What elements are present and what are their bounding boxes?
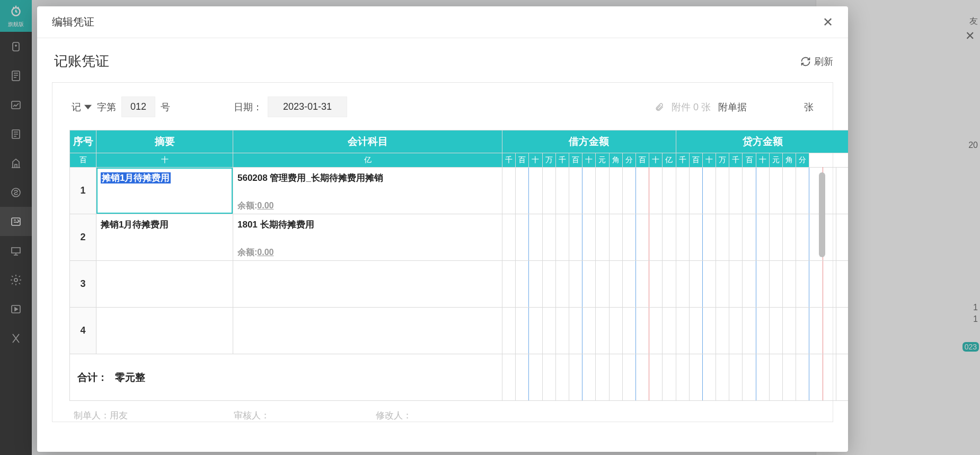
amount-digit-cell[interactable] <box>635 214 649 261</box>
amount-digit-cell[interactable] <box>729 308 743 354</box>
amount-digit-cell[interactable] <box>689 308 702 354</box>
amount-digit-cell[interactable] <box>622 261 635 308</box>
amount-digit-cell[interactable] <box>596 168 609 214</box>
amount-digit-cell[interactable] <box>609 168 622 214</box>
amount-digit-cell[interactable] <box>596 308 609 354</box>
amount-digit-cell[interactable] <box>529 214 542 261</box>
amount-digit-cell[interactable] <box>663 308 676 354</box>
amount-digit-cell[interactable] <box>555 308 569 354</box>
amount-digit-cell[interactable] <box>676 214 689 261</box>
account-cell[interactable]: 1801 长期待摊费用 余额:0.00 <box>233 214 502 260</box>
amount-digit-cell[interactable] <box>783 308 796 354</box>
amount-digit-cell[interactable] <box>663 168 676 214</box>
amount-digit-cell[interactable] <box>596 214 609 261</box>
amount-digit-cell[interactable] <box>555 261 569 308</box>
amount-digit-cell[interactable] <box>542 214 555 261</box>
amount-digit-cell[interactable] <box>622 168 635 214</box>
amount-digit-cell[interactable] <box>823 308 836 354</box>
amount-digit-cell[interactable] <box>502 214 516 261</box>
amount-digit-cell[interactable] <box>569 214 582 261</box>
amount-digit-cell[interactable] <box>582 308 596 354</box>
amount-digit-cell[interactable] <box>702 214 716 261</box>
summary-cell[interactable]: 摊销1月待摊费用 <box>96 214 233 235</box>
close-icon[interactable]: ✕ <box>823 16 833 29</box>
amount-digit-cell[interactable] <box>649 168 663 214</box>
amount-digit-cell[interactable] <box>609 261 622 308</box>
amount-digit-cell[interactable] <box>796 261 809 308</box>
date-input[interactable]: 2023-01-31 <box>268 97 347 117</box>
attachment-count[interactable]: 附件 0 张 <box>672 101 711 113</box>
amount-digit-cell[interactable] <box>542 308 555 354</box>
amount-digit-cell[interactable] <box>555 214 569 261</box>
amount-digit-cell[interactable] <box>756 261 769 308</box>
summary-cell[interactable] <box>96 261 233 269</box>
amount-digit-cell[interactable] <box>702 168 716 214</box>
amount-digit-cell[interactable] <box>649 214 663 261</box>
amount-digit-cell[interactable] <box>676 308 689 354</box>
amount-digit-cell[interactable] <box>529 261 542 308</box>
amount-digit-cell[interactable] <box>542 168 555 214</box>
refresh-button[interactable]: 刷新 <box>800 55 833 68</box>
amount-digit-cell[interactable] <box>622 214 635 261</box>
amount-digit-cell[interactable] <box>729 261 743 308</box>
amount-digit-cell[interactable] <box>663 261 676 308</box>
amount-digit-cell[interactable] <box>502 168 516 214</box>
amount-digit-cell[interactable] <box>516 261 529 308</box>
amount-digit-cell[interactable] <box>676 168 689 214</box>
summary-cell[interactable] <box>96 308 233 316</box>
amount-digit-cell[interactable] <box>663 214 676 261</box>
amount-digit-cell[interactable] <box>596 261 609 308</box>
amount-digit-cell[interactable] <box>769 261 782 308</box>
amount-digit-cell[interactable] <box>676 261 689 308</box>
amount-digit-cell[interactable] <box>769 214 782 261</box>
amount-digit-cell[interactable] <box>743 214 756 261</box>
amount-digit-cell[interactable] <box>689 261 702 308</box>
amount-digit-cell[interactable] <box>569 308 582 354</box>
amount-digit-cell[interactable] <box>635 261 649 308</box>
amount-digit-cell[interactable] <box>809 261 823 308</box>
amount-digit-cell[interactable] <box>743 261 756 308</box>
amount-digit-cell[interactable] <box>729 168 743 214</box>
amount-digit-cell[interactable] <box>796 168 809 214</box>
amount-digit-cell[interactable] <box>569 168 582 214</box>
amount-digit-cell[interactable] <box>769 308 782 354</box>
amount-digit-cell[interactable] <box>716 168 729 214</box>
amount-digit-cell[interactable] <box>649 308 663 354</box>
amount-digit-cell[interactable] <box>529 168 542 214</box>
amount-digit-cell[interactable] <box>756 308 769 354</box>
amount-digit-cell[interactable] <box>582 261 596 308</box>
amount-digit-cell[interactable] <box>836 214 848 261</box>
amount-digit-cell[interactable] <box>836 168 848 214</box>
amount-digit-cell[interactable] <box>622 308 635 354</box>
scrollbar-thumb[interactable] <box>819 172 825 257</box>
amount-digit-cell[interactable] <box>729 214 743 261</box>
amount-digit-cell[interactable] <box>529 308 542 354</box>
amount-digit-cell[interactable] <box>783 261 796 308</box>
amount-digit-cell[interactable] <box>702 261 716 308</box>
amount-digit-cell[interactable] <box>716 214 729 261</box>
amount-digit-cell[interactable] <box>502 308 516 354</box>
amount-digit-cell[interactable] <box>783 168 796 214</box>
amount-digit-cell[interactable] <box>743 308 756 354</box>
amount-digit-cell[interactable] <box>635 308 649 354</box>
amount-digit-cell[interactable] <box>756 168 769 214</box>
amount-digit-cell[interactable] <box>555 168 569 214</box>
amount-digit-cell[interactable] <box>502 261 516 308</box>
amount-digit-cell[interactable] <box>756 214 769 261</box>
amount-digit-cell[interactable] <box>516 308 529 354</box>
amount-digit-cell[interactable] <box>743 168 756 214</box>
amount-digit-cell[interactable] <box>649 261 663 308</box>
amount-digit-cell[interactable] <box>516 168 529 214</box>
voucher-number-input[interactable]: 012 <box>121 97 155 117</box>
amount-digit-cell[interactable] <box>609 308 622 354</box>
amount-digit-cell[interactable] <box>542 261 555 308</box>
account-cell[interactable] <box>233 308 502 354</box>
amount-digit-cell[interactable] <box>569 261 582 308</box>
amount-digit-cell[interactable] <box>702 308 716 354</box>
amount-digit-cell[interactable] <box>609 214 622 261</box>
amount-digit-cell[interactable] <box>836 261 848 308</box>
amount-digit-cell[interactable] <box>716 308 729 354</box>
amount-digit-cell[interactable] <box>516 214 529 261</box>
voucher-type-selector[interactable]: 记 <box>72 101 92 113</box>
account-cell[interactable]: 560208 管理费用_长期待摊费用摊销 余额:0.00 <box>233 168 502 214</box>
